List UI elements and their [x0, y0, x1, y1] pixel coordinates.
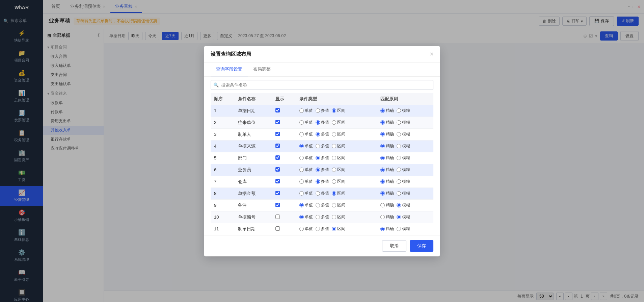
show-checkbox[interactable] [275, 179, 280, 183]
exact-label[interactable]: 精确 [380, 108, 394, 114]
single-value-label[interactable]: 单值 [299, 131, 313, 137]
multi-value-label[interactable]: 多值 [316, 179, 329, 184]
single-value-radio[interactable] [299, 108, 304, 113]
single-value-label[interactable]: 单值 [299, 167, 313, 173]
exact-radio[interactable] [380, 156, 385, 160]
multi-value-radio[interactable] [316, 132, 320, 136]
range-label[interactable]: 区间 [332, 131, 345, 137]
range-radio[interactable] [332, 156, 336, 160]
range-label[interactable]: 区间 [332, 202, 345, 208]
fuzzy-label[interactable]: 模糊 [397, 179, 410, 184]
exact-radio[interactable] [380, 227, 385, 231]
single-value-radio[interactable] [299, 191, 304, 196]
multi-value-radio[interactable] [316, 227, 320, 231]
single-value-label[interactable]: 单值 [299, 143, 313, 149]
fuzzy-label[interactable]: 模糊 [397, 202, 410, 208]
fuzzy-radio[interactable] [397, 108, 401, 113]
show-checkbox-label[interactable] [275, 168, 280, 173]
range-radio[interactable] [332, 203, 336, 207]
range-radio[interactable] [332, 191, 336, 196]
exact-label[interactable]: 精确 [380, 131, 394, 137]
exact-radio[interactable] [380, 203, 385, 207]
multi-value-radio[interactable] [316, 179, 320, 184]
single-value-radio[interactable] [299, 203, 304, 207]
fuzzy-radio[interactable] [397, 156, 401, 160]
fuzzy-label[interactable]: 模糊 [397, 214, 410, 220]
exact-radio[interactable] [380, 132, 385, 136]
fuzzy-label[interactable]: 模糊 [397, 108, 410, 114]
exact-label[interactable]: 精确 [380, 155, 394, 161]
range-label[interactable]: 区间 [332, 155, 345, 161]
multi-value-radio[interactable] [316, 144, 320, 148]
multi-value-radio[interactable] [316, 168, 320, 172]
fuzzy-radio[interactable] [397, 191, 401, 196]
exact-radio[interactable] [380, 168, 385, 172]
multi-value-label[interactable]: 多值 [316, 167, 329, 173]
single-value-label[interactable]: 单值 [299, 191, 313, 196]
range-radio[interactable] [332, 227, 336, 231]
show-checkbox-label[interactable] [275, 203, 280, 208]
show-checkbox[interactable] [275, 155, 280, 160]
multi-value-label[interactable]: 多值 [316, 131, 329, 137]
modal-search-input[interactable] [211, 80, 433, 90]
multi-value-label[interactable]: 多值 [316, 155, 329, 161]
range-radio[interactable] [332, 179, 336, 184]
multi-value-label[interactable]: 多值 [316, 143, 329, 149]
exact-label[interactable]: 精确 [380, 214, 394, 220]
show-checkbox-label[interactable] [275, 108, 280, 114]
single-value-radio[interactable] [299, 144, 304, 148]
show-checkbox[interactable] [275, 215, 280, 219]
fuzzy-radio[interactable] [397, 144, 401, 148]
multi-value-radio[interactable] [316, 203, 320, 207]
show-checkbox[interactable] [275, 203, 280, 207]
range-label[interactable]: 区间 [332, 120, 345, 125]
modal-tab-field-settings[interactable]: 查询字段设置 [211, 63, 248, 76]
show-checkbox[interactable] [275, 226, 280, 231]
multi-value-radio[interactable] [316, 215, 320, 219]
range-label[interactable]: 区间 [332, 214, 345, 220]
fuzzy-radio[interactable] [397, 215, 401, 219]
single-value-radio[interactable] [299, 227, 304, 231]
fuzzy-label[interactable]: 模糊 [397, 155, 410, 161]
single-value-radio[interactable] [299, 168, 304, 172]
fuzzy-radio[interactable] [397, 203, 401, 207]
range-label[interactable]: 区间 [332, 108, 345, 114]
show-checkbox-label[interactable] [275, 179, 280, 184]
exact-label[interactable]: 精确 [380, 167, 394, 173]
single-value-label[interactable]: 单值 [299, 155, 313, 161]
show-checkbox-label[interactable] [275, 227, 280, 232]
exact-label[interactable]: 精确 [380, 179, 394, 184]
fuzzy-radio[interactable] [397, 120, 401, 125]
exact-radio[interactable] [380, 215, 385, 219]
single-value-label[interactable]: 单值 [299, 202, 313, 208]
exact-label[interactable]: 精确 [380, 120, 394, 125]
exact-label[interactable]: 精确 [380, 202, 394, 208]
cancel-button[interactable]: 取消 [382, 240, 406, 252]
exact-radio[interactable] [380, 191, 385, 196]
show-checkbox-label[interactable] [275, 156, 280, 161]
multi-value-label[interactable]: 多值 [316, 202, 329, 208]
fuzzy-label[interactable]: 模糊 [397, 167, 410, 173]
single-value-label[interactable]: 单值 [299, 120, 313, 125]
range-label[interactable]: 区间 [332, 167, 345, 173]
single-value-label[interactable]: 单值 [299, 108, 313, 114]
multi-value-radio[interactable] [316, 156, 320, 160]
fuzzy-radio[interactable] [397, 227, 401, 231]
show-checkbox-label[interactable] [275, 132, 280, 137]
range-radio[interactable] [332, 132, 336, 136]
range-label[interactable]: 区间 [332, 143, 345, 149]
range-label[interactable]: 区间 [332, 191, 345, 196]
fuzzy-radio[interactable] [397, 179, 401, 184]
show-checkbox-label[interactable] [275, 120, 280, 125]
exact-radio[interactable] [380, 144, 385, 148]
range-radio[interactable] [332, 168, 336, 172]
single-value-radio[interactable] [299, 215, 304, 219]
fuzzy-label[interactable]: 模糊 [397, 120, 410, 125]
fuzzy-label[interactable]: 模糊 [397, 191, 410, 196]
show-checkbox[interactable] [275, 144, 280, 148]
show-checkbox-label[interactable] [275, 191, 280, 196]
single-value-label[interactable]: 单值 [299, 179, 313, 184]
multi-value-radio[interactable] [316, 191, 320, 196]
multi-value-label[interactable]: 多值 [316, 214, 329, 220]
range-radio[interactable] [332, 120, 336, 125]
